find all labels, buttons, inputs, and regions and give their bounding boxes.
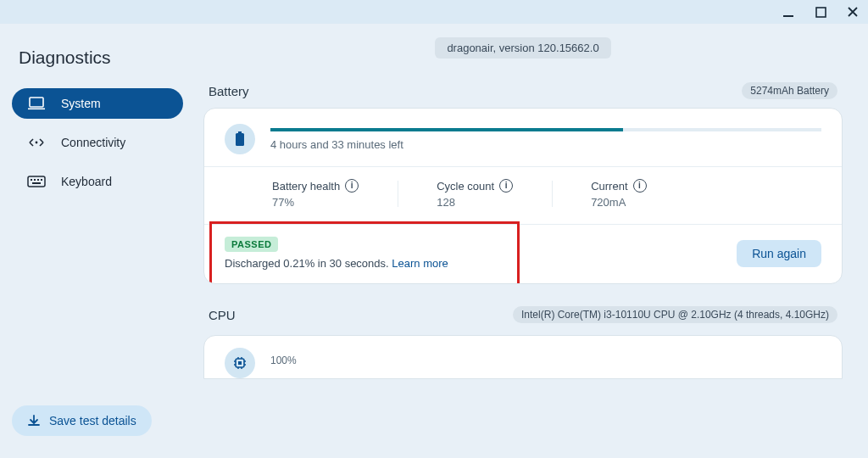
- battery-stats: Battery healthi 77% Cycle counti 128 Cur…: [204, 167, 842, 224]
- current-label: Current: [591, 180, 627, 193]
- maximize-button[interactable]: [814, 5, 827, 19]
- svg-rect-6: [31, 179, 32, 181]
- download-icon: [27, 414, 41, 427]
- battery-time-left: 4 hours and 33 minutes left: [270, 138, 821, 151]
- run-again-button[interactable]: Run again: [737, 240, 821, 267]
- battery-icon: [225, 124, 255, 154]
- minimize-button[interactable]: [782, 5, 795, 19]
- connectivity-icon: [27, 137, 46, 148]
- battery-bar: [270, 128, 821, 131]
- svg-rect-2: [30, 98, 43, 107]
- sidebar-item-label: Connectivity: [61, 136, 125, 149]
- sidebar-item-label: System: [61, 97, 101, 110]
- cpu-card: 100%: [203, 335, 843, 379]
- svg-rect-5: [28, 176, 45, 187]
- close-button[interactable]: [846, 5, 860, 19]
- app-title: Diagnostics: [19, 47, 183, 68]
- device-info-chip: dragonair, version 120.15662.0: [435, 37, 610, 59]
- battery-test-result: PASSED Discharged 0.21% in 30 seconds. L…: [204, 225, 842, 283]
- sidebar-item-label: Keyboard: [61, 175, 112, 188]
- cycle-count-label: Cycle count: [437, 180, 494, 193]
- cpu-section-header: CPU Intel(R) Core(TM) i3-10110U CPU @ 2.…: [209, 306, 837, 323]
- svg-rect-0: [783, 15, 793, 17]
- svg-rect-11: [238, 131, 242, 133]
- cycle-count-value: 128: [437, 196, 513, 209]
- sidebar-nav: System Connectivity Keyboard: [12, 88, 183, 197]
- main-content: dragonair, version 120.15662.0 Battery 5…: [195, 24, 868, 458]
- titlebar: [0, 0, 868, 24]
- info-icon[interactable]: i: [499, 179, 513, 193]
- cpu-icon: [225, 348, 255, 378]
- battery-card: 4 hours and 33 minutes left Battery heal…: [203, 108, 843, 284]
- battery-title: Battery: [209, 84, 249, 98]
- svg-rect-9: [41, 179, 42, 181]
- battery-capacity-chip: 5274mAh Battery: [742, 82, 837, 99]
- svg-rect-1: [816, 8, 826, 17]
- svg-rect-3: [28, 109, 45, 110]
- sidebar-item-system[interactable]: System: [12, 88, 183, 119]
- laptop-icon: [27, 97, 46, 110]
- keyboard-icon: [27, 176, 46, 187]
- sidebar-item-keyboard[interactable]: Keyboard: [12, 166, 183, 197]
- svg-rect-10: [32, 182, 41, 184]
- sidebar: Diagnostics System Connectivity Keyboard…: [0, 24, 195, 458]
- info-icon[interactable]: i: [633, 179, 647, 193]
- save-button-label: Save test details: [49, 414, 136, 427]
- cpu-title: CPU: [209, 308, 236, 322]
- cpu-usage-label: 100%: [270, 355, 821, 366]
- battery-health-value: 77%: [272, 196, 359, 209]
- status-badge: PASSED: [225, 237, 278, 252]
- save-test-details-button[interactable]: Save test details: [12, 405, 152, 436]
- battery-health-label: Battery health: [272, 180, 340, 193]
- svg-rect-8: [37, 179, 39, 181]
- sidebar-item-connectivity[interactable]: Connectivity: [12, 127, 183, 158]
- result-text: Discharged 0.21% in 30 seconds.: [225, 257, 392, 270]
- svg-rect-14: [238, 361, 242, 365]
- svg-rect-12: [236, 133, 244, 146]
- current-value: 720mA: [591, 196, 646, 209]
- svg-point-4: [36, 142, 38, 144]
- cpu-info-chip: Intel(R) Core(TM) i3-10110U CPU @ 2.10GH…: [513, 306, 837, 323]
- battery-section-header: Battery 5274mAh Battery: [209, 82, 837, 99]
- learn-more-link[interactable]: Learn more: [392, 257, 448, 270]
- svg-rect-7: [34, 179, 36, 181]
- info-icon[interactable]: i: [345, 179, 359, 193]
